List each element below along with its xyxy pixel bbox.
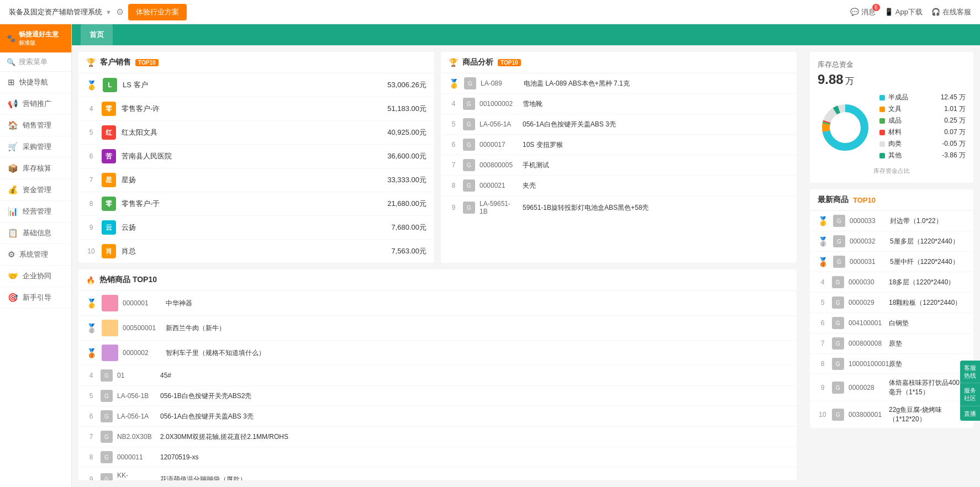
sidebar-item-basic-info[interactable]: 📋 基础信息 xyxy=(0,223,71,244)
product-code: 000800005 xyxy=(480,161,518,169)
trial-button[interactable]: 体验行业方案 xyxy=(128,4,187,20)
product-name: 5厘中纤（1220*2440） xyxy=(890,257,966,267)
product-item: 7 G 000800005 手机测试 xyxy=(441,155,797,176)
product-item: 9 G LA-59651-1B 59651-1B旋转投影灯电池盒ABS黑色+58… xyxy=(441,196,797,219)
product-name: 12070519-xs xyxy=(160,453,789,461)
product-code: 0000021 xyxy=(480,182,518,189)
product-code: 0000002 xyxy=(123,349,161,357)
hp-item: 5 G LA-056-1B 056-1B白色按键开关壳ABS2壳 xyxy=(78,386,797,406)
customer-amount: 7,563.00元 xyxy=(391,246,426,256)
new-product-item: 6 G 004100001 白钢垫 xyxy=(810,313,973,334)
legend-item: 成品 0.25 万 xyxy=(879,116,966,125)
sidebar-item-inventory[interactable]: 📦 库存核算 xyxy=(0,158,71,179)
rank-num: 9 xyxy=(86,475,96,480)
brand-sub: 标准版 xyxy=(19,39,59,47)
float-service-community[interactable]: 服务社区 xyxy=(960,383,980,406)
new-products-panel: 最新商品 TOP10 🥇 G 0000033 封边带（1.0*22） 🥈 G 0… xyxy=(810,189,973,428)
rank-medal: 🥉 xyxy=(86,348,97,358)
sales-icon: 🏠 xyxy=(8,120,18,130)
customer-name: 红太阳文具 xyxy=(122,128,382,137)
product-name: 夹壳 xyxy=(523,181,789,190)
message-button[interactable]: 💬 消息 6 xyxy=(850,7,876,17)
online-service-button[interactable]: 🎧 在线客服 xyxy=(931,7,971,17)
product-img-placeholder: G xyxy=(463,179,475,192)
list-item: 10 肖 肖总 7,563.00元 xyxy=(78,240,434,263)
legend-item: 半成品 12.45 万 xyxy=(879,93,966,102)
tab-home[interactable]: 首页 xyxy=(81,24,113,45)
hot-products-header: 🔥 热销商品 TOP10 xyxy=(78,269,797,291)
product-name: 056-1A白色按键开关盖ABS 3壳 xyxy=(160,412,789,421)
rank-num: 5 xyxy=(818,299,828,306)
legend-item: 材料 0.07 万 xyxy=(879,128,966,137)
product-img-placeholder: G xyxy=(832,358,844,370)
float-live[interactable]: 直播 xyxy=(960,406,980,421)
hot-products-title: 热销商品 TOP10 xyxy=(99,275,157,285)
rank-medal: 🥇 xyxy=(86,298,97,309)
product-item: 6 G 0000017 10S 变扭罗猴 xyxy=(441,135,797,155)
sidebar-item-finance[interactable]: 💰 资金管理 xyxy=(0,179,71,201)
customer-amount: 51,183.00元 xyxy=(387,104,426,114)
sidebar-item-enterprise[interactable]: 🤝 企业协同 xyxy=(0,266,71,287)
product-item: 8 G 0000021 夹壳 xyxy=(441,176,797,196)
product-code: 0000030 xyxy=(849,278,884,286)
product-img-placeholder: G xyxy=(101,473,113,480)
product-name: 原垫 xyxy=(889,359,966,369)
rank-num: 5 xyxy=(86,392,96,400)
product-code: 0000032 xyxy=(850,237,886,245)
product-code: 0000017 xyxy=(480,141,518,149)
customer-sales-panel: 🏆 客户销售 TOP10 🥇 L LS 客户 53,006.26元 4 xyxy=(78,52,434,263)
product-img-placeholder: G xyxy=(463,118,475,130)
product-img-placeholder: G xyxy=(463,98,475,110)
product-img-placeholder: G xyxy=(832,297,844,309)
system-selector[interactable]: 装备及固定资产辅助管理系统 ▼ xyxy=(9,7,112,17)
product-img-placeholder: G xyxy=(832,337,844,350)
finance-icon: 💰 xyxy=(8,185,18,195)
customer-sales-header: 🏆 客户销售 TOP10 xyxy=(78,52,434,73)
product-img-placeholder: G xyxy=(833,256,845,268)
rank-num: 7 xyxy=(449,161,459,169)
float-customer-service[interactable]: 客服热线 xyxy=(960,361,980,384)
legend-dot xyxy=(879,118,885,124)
product-code: 0000028 xyxy=(849,384,884,391)
sidebar-item-marketing[interactable]: 📢 营销推广 xyxy=(0,93,71,115)
sidebar-item-guide[interactable]: 🎯 新手引导 xyxy=(0,287,71,309)
middle-section: 🏆 客户销售 TOP10 🥇 L LS 客户 53,006.26元 4 xyxy=(72,45,803,487)
sidebar-item-sales[interactable]: 🏠 销售管理 xyxy=(0,115,71,136)
legend-item: 其他 -3.86 万 xyxy=(879,151,966,160)
management-icon: 📊 xyxy=(8,207,18,216)
rank-num: 6 xyxy=(86,412,96,420)
chevron-down-icon: ▼ xyxy=(106,9,112,15)
system-icon: ⚙ xyxy=(8,250,15,260)
inventory-note: 库存资金占比 xyxy=(818,167,966,175)
purchase-icon: 🛒 xyxy=(8,142,18,152)
search-icon: 🔍 xyxy=(7,58,15,66)
customer-name: 零售客户-许 xyxy=(122,104,382,114)
sidebar-search[interactable]: 🔍 搜索菜单 xyxy=(0,52,71,72)
product-code: 0000031 xyxy=(850,258,886,266)
rank-medal: 🥈 xyxy=(86,323,97,334)
brand-icon: 🐾 xyxy=(7,34,15,43)
new-product-item: 9 G 0000028 体焙嘉枝味苏打饮品400毫升（1*15） xyxy=(810,374,973,401)
customer-avatar: 云 xyxy=(102,220,116,235)
sidebar-item-management[interactable]: 📊 经营管理 xyxy=(0,201,71,223)
rank-medal: 🥉 xyxy=(818,257,829,267)
inventory-amount: 9.88 xyxy=(818,72,844,87)
app-download-button[interactable]: 📱 App下载 xyxy=(884,7,923,17)
content-body: 🏆 客户销售 TOP10 🥇 L LS 客户 53,006.26元 4 xyxy=(72,45,980,487)
main-layout: 🐾 畅捷通好生意 标准版 🔍 搜索菜单 ⊞ 快捷导航 📢 营销推广 🏠 销售管理… xyxy=(0,24,980,487)
sidebar-item-purchase[interactable]: 🛒 采购管理 xyxy=(0,136,71,158)
settings-icon[interactable]: ⚙ xyxy=(116,7,124,17)
legend-item: 肉类 -0.05 万 xyxy=(879,139,966,149)
hp-item: 🥇 0000001 中华神器 xyxy=(78,291,797,316)
rank-num: 8 xyxy=(818,360,828,368)
donut-chart xyxy=(818,100,873,155)
rank-num: 8 xyxy=(86,200,96,208)
sidebar-item-system[interactable]: ⚙ 系统管理 xyxy=(0,244,71,266)
customer-avatar: 红 xyxy=(102,125,116,140)
sidebar-item-quick-nav[interactable]: ⊞ 快捷导航 xyxy=(0,72,71,93)
product-name: 2.0X30MM双搓花轴,搓花直径2.1MM/ROHS xyxy=(160,432,789,442)
rank-medal-1: 🥇 xyxy=(86,80,97,91)
chart-area: 半成品 12.45 万 文具 1.01 万 成品 0 xyxy=(818,93,966,162)
rank-num: 9 xyxy=(449,204,459,211)
product-img-placeholder: G xyxy=(464,77,476,89)
